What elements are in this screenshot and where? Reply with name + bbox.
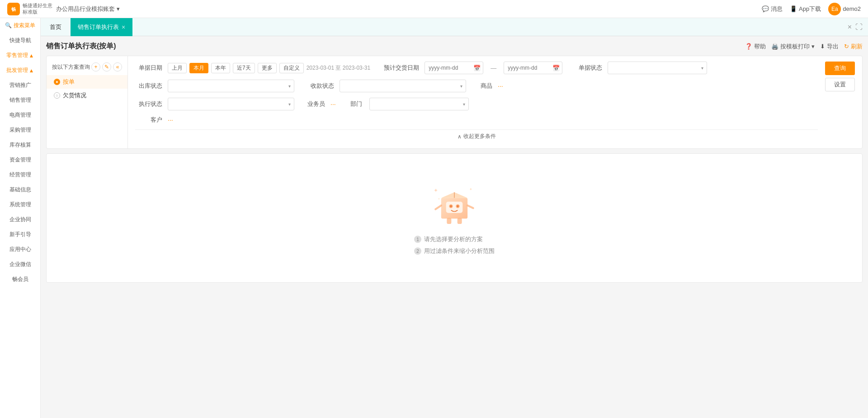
collapse-chevron-icon: ∧ [458,133,462,140]
empty-tips: 1 请先选择要分析的方案 2 用过滤条件来缩小分析范围 [414,235,495,255]
page-title: 销售订单执行表(按单) [46,42,116,51]
export-icon: ⬇ [820,43,825,50]
date-curr-month-btn[interactable]: 本月 [189,63,208,73]
sidebar-item-corpwechat[interactable]: 企业微信 [0,257,40,272]
sidebar-item-wholesale[interactable]: 批发管理 ▲ [0,63,40,78]
sidebar-item-marketing[interactable]: 营销推广 [0,78,40,93]
svg-line-10 [467,205,473,208]
date-curr-year-btn[interactable]: 本年 [211,63,230,73]
scheme-item-debt[interactable]: ○ 欠货情况 [47,89,127,102]
dept-select[interactable] [369,98,469,110]
action-column: 查询 设置 [825,56,862,148]
filter-row-1: 单据日期 上月 本月 本年 近7天 更多 自定义 2023-03-01 至 20… [135,62,818,74]
empty-illustration: ✦ ✦ ✦ [432,181,477,226]
sidebar-item-sales[interactable]: 销售管理 [0,93,40,108]
tab-home[interactable]: 首页 [41,18,71,36]
app-selector[interactable]: 办公用品行业模拟账套 ▾ [56,5,120,13]
date-more-btn[interactable]: 更多 [258,63,277,73]
tab-home-label: 首页 [50,23,61,31]
customer-more-icon[interactable]: ··· [168,116,173,124]
collapse-panel-button[interactable]: « [113,62,122,71]
page-content: 销售订单执行表(按单) ❓ 帮助 🖨️ 按模板打印 ▾ ⬇ 导出 [41,36,868,418]
setting-button[interactable]: 设置 [825,78,855,91]
date-end-input[interactable] [504,62,562,74]
message-action[interactable]: 💬 消息 [762,5,783,13]
edit-icon: ✎ [104,64,109,70]
payment-status-select[interactable] [340,80,466,92]
date-dash: — [491,65,496,71]
refresh-button[interactable]: ↻ 刷新 [844,43,863,51]
print-button[interactable]: 🖨️ 按模板打印 ▾ [771,43,815,51]
sidebar-item-operation[interactable]: 经营管理 [0,167,40,182]
sidebar-item-ecommerce[interactable]: 电商管理 [0,108,40,123]
sidebar-item-basic[interactable]: 基础信息 [0,182,40,197]
exec-status-select[interactable] [168,98,294,110]
empty-tip-1: 1 请先选择要分析的方案 [414,235,495,243]
date-custom-btn[interactable]: 自定义 [279,63,304,73]
tab-bar-actions: × ⛶ [848,23,868,31]
payment-status-label: 收款状态 [307,82,334,90]
delivery-status-label: 出库状态 [135,82,162,90]
left-panel-header: 按以下方案查询 + ✎ « [47,61,127,75]
date-buttons-group: 上月 本月 本年 近7天 更多 自定义 2023-03-01 至 2023-03… [168,63,370,73]
sidebar-item-newuser[interactable]: 新手引导 [0,227,40,242]
tab-active[interactable]: 销售订单执行表 × [71,18,132,36]
scheme-item-order[interactable]: ● 按单 [47,75,127,89]
query-button[interactable]: 查询 [825,62,855,75]
salesperson-more-icon[interactable]: ··· [330,100,336,108]
window-expand-icon[interactable]: ⛶ [855,23,863,31]
date-prev-month-btn[interactable]: 上月 [168,63,187,73]
expected-delivery-label: 预计交货日期 [383,64,419,72]
tab-close-icon[interactable]: × [122,24,125,31]
scheme-item-label: 按单 [63,78,75,86]
empty-state: ✦ ✦ ✦ 1 请先选择要分析的方案 2 用过滤条件来缩小分析范围 [46,153,863,283]
panel-layout: 按以下方案查询 + ✎ « [46,56,863,149]
export-button[interactable]: ⬇ 导出 [820,43,839,51]
date-range-text: 2023-03-01 至 2023-03-31 [307,64,370,72]
dept-label: 部门 [349,100,362,108]
sidebar-item-retail[interactable]: 零售管理 ▲ [0,48,40,63]
sidebar-item-quick-nav[interactable]: 快捷导航 [0,33,40,48]
tip-num-1: 1 [414,236,421,243]
svg-rect-11 [447,218,451,224]
content-area: 首页 销售订单执行表 × × ⛶ 销售订单执行表(按单) ❓ 帮助 [41,18,868,418]
left-panel-icons: + ✎ « [91,62,122,71]
user-name: demo2 [843,5,861,12]
scheme-item-label: 欠货情况 [63,91,86,100]
date-last7days-btn[interactable]: 近7天 [233,63,255,73]
user-area[interactable]: Ea demo2 [828,3,861,15]
window-close-icon[interactable]: × [848,23,852,31]
sidebar-item-purchase[interactable]: 采购管理 [0,123,40,138]
search-icon: 🔍 [5,22,12,28]
add-scheme-button[interactable]: + [91,62,100,71]
edit-scheme-button[interactable]: ✎ [102,62,111,71]
goods-more-icon[interactable]: ··· [498,82,503,90]
sidebar-search[interactable]: 🔍 搜索菜单 [0,18,40,33]
svg-point-7 [450,205,452,207]
app-download-action[interactable]: 📱 App下载 [790,5,821,13]
collapse-btn[interactable]: ∧ 收起更多条件 [135,129,818,143]
left-panel-title: 按以下方案查询 [52,63,90,71]
sidebar: 🔍 搜索菜单 快捷导航 零售管理 ▲ 批发管理 ▲ 营销推广 销售管理 电商管理… [0,18,41,418]
sidebar-item-inventory[interactable]: 库存核算 [0,138,40,152]
bill-status-select[interactable] [608,62,707,74]
print-icon: 🖨️ [771,43,778,50]
sidebar-item-system[interactable]: 系统管理 [0,197,40,212]
sidebar-item-appcenter[interactable]: 应用中心 [0,242,40,257]
app-download-label: App下载 [799,5,821,13]
delivery-status-select[interactable] [168,80,294,92]
page-header: 销售订单执行表(按单) ❓ 帮助 🖨️ 按模板打印 ▾ ⬇ 导出 [46,42,863,51]
app-industry-label: 办公用品行业模拟账套 [56,5,115,13]
logo-icon: 畅 [7,3,20,15]
help-button[interactable]: ❓ 帮助 [745,43,766,51]
outline-dot-icon: ○ [54,92,60,99]
sidebar-item-member[interactable]: 畅会员 [0,272,40,287]
date-start-input[interactable] [425,62,483,74]
filter-row-2: 出库状态 ▾ 收款状态 [135,80,818,92]
filter-row-3: 执行状态 ▾ 业务员 ··· 部门 [135,98,818,110]
sidebar-item-finance[interactable]: 资金管理 [0,152,40,167]
left-panel: 按以下方案查询 + ✎ « [47,56,128,148]
exec-status-label: 执行状态 [135,100,162,108]
sidebar-item-enterprise[interactable]: 企业协同 [0,212,40,227]
svg-text:✦: ✦ [469,187,472,191]
